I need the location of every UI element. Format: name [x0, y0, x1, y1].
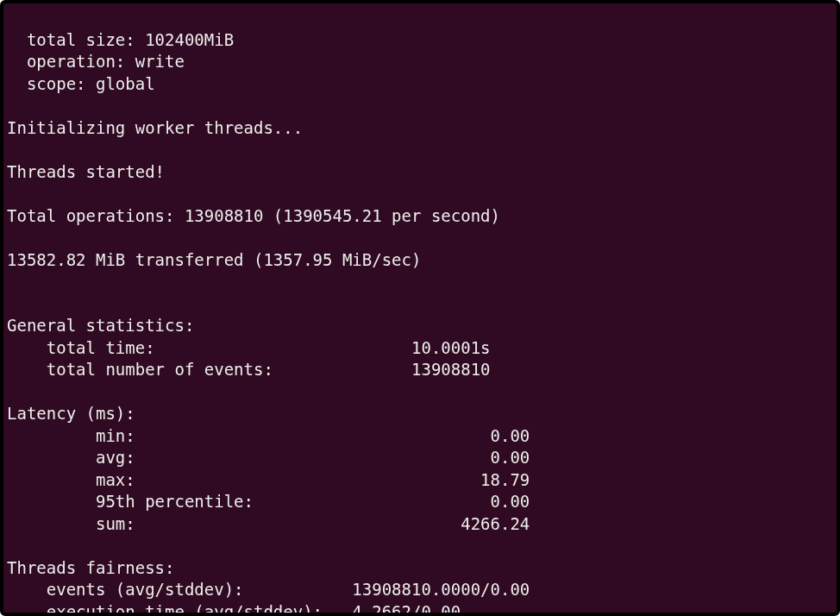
output-line: events (avg/stddev): 13908810.0000/0.00 [7, 580, 530, 599]
output-line: total size: 102400MiB [7, 30, 234, 49]
output-line: Threads fairness: [7, 558, 174, 577]
output-line: Initializing worker threads... [7, 118, 303, 137]
output-line: avg: 0.00 [7, 448, 530, 467]
terminal-output[interactable]: total size: 102400MiB operation: write s… [3, 3, 837, 616]
output-line: operation: write [7, 52, 185, 71]
output-line: scope: global [7, 74, 155, 93]
output-line: max: 18.79 [7, 470, 530, 489]
output-line: sum: 4266.24 [7, 514, 530, 533]
output-line: total number of events: 13908810 [7, 360, 491, 379]
output-line: execution time (avg/stddev): 4.2662/0.00 [7, 602, 461, 617]
output-line: Threads started! [7, 162, 165, 181]
output-line: Latency (ms): [7, 404, 135, 423]
output-line: General statistics: [7, 316, 194, 335]
output-line: 95th percentile: 0.00 [7, 492, 530, 511]
output-line: min: 0.00 [7, 426, 530, 445]
terminal-window: total size: 102400MiB operation: write s… [0, 0, 840, 616]
output-line: 13582.82 MiB transferred (1357.95 MiB/se… [7, 250, 421, 269]
output-line: Total operations: 13908810 (1390545.21 p… [7, 206, 500, 225]
output-line: total time: 10.0001s [7, 338, 491, 357]
